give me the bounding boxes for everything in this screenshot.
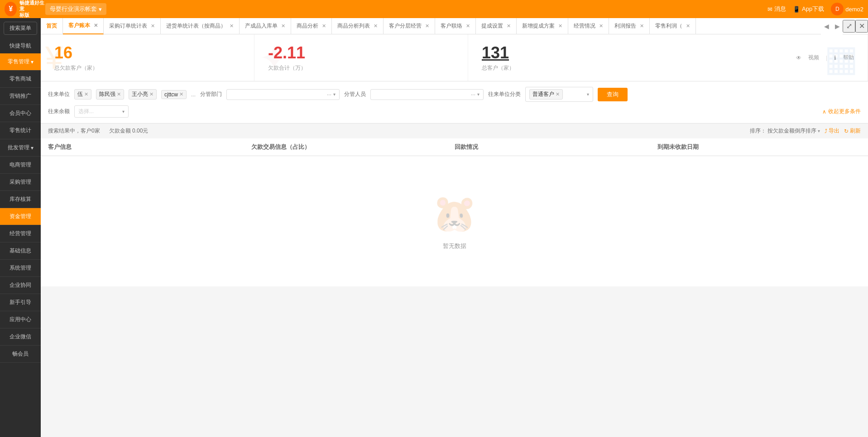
tab-home[interactable]: 首页 bbox=[41, 18, 63, 34]
tab-customer-tier-close[interactable]: ✕ bbox=[425, 23, 429, 29]
tab-product-in[interactable]: 产成品入库单 ✕ bbox=[240, 18, 291, 34]
tab-customer-contact[interactable]: 客户联络 ✕ bbox=[435, 18, 476, 34]
page-content: ¥ 16 总欠款客户（家） ✦ -2.11 欠款合计（万） bbox=[41, 34, 868, 437]
stat-info-3: 131 总客户（家） bbox=[482, 43, 514, 72]
logo-line1: 畅捷通好生意 bbox=[19, 0, 45, 12]
branch-dept-select[interactable]: ··· ▾ bbox=[226, 89, 340, 100]
tab-home-label: 首页 bbox=[46, 22, 57, 30]
message-label: 消息 bbox=[774, 5, 786, 13]
tab-retail-profit-close[interactable]: ✕ bbox=[686, 23, 690, 29]
tab-profit-report[interactable]: 利润报告 ✕ bbox=[609, 18, 650, 34]
tab-product-analysis-list-close[interactable]: ✕ bbox=[374, 23, 378, 29]
balance-select[interactable]: 选择... ▾ bbox=[74, 105, 129, 118]
quick-nav-button[interactable]: 快捷导航 bbox=[0, 38, 41, 53]
chevron-down-icon: ▾ bbox=[99, 6, 102, 13]
sidebar-item-wholesale[interactable]: 批发管理 ▾ bbox=[0, 139, 41, 157]
tab-product-analysis-list-label: 商品分析列表 bbox=[337, 22, 370, 30]
tab-customer-accounts[interactable]: 客户账本 ✕ bbox=[63, 18, 104, 34]
tab-new-promotion[interactable]: 新增提成方案 ✕ bbox=[517, 18, 568, 34]
sidebar-item-finance[interactable]: 资金管理 bbox=[0, 208, 41, 225]
tab-scroll-right[interactable]: ▶ bbox=[832, 18, 843, 34]
sidebar-item-member-label: 会员中心 bbox=[10, 110, 31, 116]
tab-customer-contact-close[interactable]: ✕ bbox=[466, 23, 470, 29]
collapse-button[interactable]: ∧ 收起更多条件 bbox=[822, 108, 861, 115]
tab-product-analysis[interactable]: 商品分析 ✕ bbox=[291, 18, 332, 34]
search-menu-button[interactable]: 搜索菜单 bbox=[4, 22, 37, 35]
tab-purchase-order[interactable]: 采购订单统计表 ✕ bbox=[104, 18, 161, 34]
results-right: 排序： 按欠款金额倒序排序 ▾ ⤴ 导出 ↻ 刷新 bbox=[750, 127, 861, 135]
tab-promotion-settings[interactable]: 提成设置 ✕ bbox=[476, 18, 517, 34]
chevron-down-class: ▾ bbox=[587, 92, 589, 97]
filter-tag-0-close[interactable]: ✕ bbox=[84, 91, 88, 97]
filter-tag-3-close[interactable]: ✕ bbox=[179, 91, 183, 97]
main-area: 搜索菜单 快捷导航 零售管理 ▾ 零售商城 营销推广 会员中心 零售统计 bbox=[0, 18, 868, 437]
branch-dept-label: 分管部门 bbox=[200, 90, 222, 98]
tab-close-all[interactable]: ✕ bbox=[855, 20, 868, 33]
sidebar-item-app-center[interactable]: 应用中心 bbox=[0, 311, 41, 328]
sidebar-item-member[interactable]: 会员中心 bbox=[0, 105, 41, 122]
search-button[interactable]: 查询 bbox=[598, 88, 628, 101]
sidebar-item-new-guide[interactable]: 新手引导 bbox=[0, 294, 41, 311]
message-btn[interactable]: ✉ 消息 bbox=[767, 5, 786, 13]
sort-select[interactable]: 排序： 按欠款金额倒序排序 ▾ bbox=[750, 127, 820, 135]
stat-label-customers: 总欠款客户（家） bbox=[54, 64, 98, 72]
sidebar-item-enterprise-wechat[interactable]: 企业微信 bbox=[0, 328, 41, 346]
tab-maximize[interactable]: ⤢ bbox=[843, 20, 855, 33]
video-label[interactable]: 视频 bbox=[808, 54, 819, 62]
sidebar-item-free-member[interactable]: 畅会员 bbox=[0, 346, 41, 363]
customer-class-select[interactable]: 普通客户 ✕ ▾ bbox=[525, 87, 593, 102]
filter-tag-1-close[interactable]: ✕ bbox=[117, 91, 121, 97]
app-download-btn[interactable]: 📱 App下载 bbox=[793, 5, 824, 13]
sidebar-item-inventory-label: 库存核算 bbox=[10, 196, 31, 202]
sidebar-item-purchase[interactable]: 采购管理 bbox=[0, 174, 41, 191]
sidebar: 搜索菜单 快捷导航 零售管理 ▾ 零售商城 营销推广 会员中心 零售统计 bbox=[0, 18, 41, 437]
tab-scroll-left[interactable]: ◀ bbox=[821, 18, 832, 34]
refresh-button[interactable]: ↻ 刷新 bbox=[844, 127, 861, 135]
tab-promotion-settings-close[interactable]: ✕ bbox=[507, 23, 511, 29]
tab-operations-close[interactable]: ✕ bbox=[599, 23, 603, 29]
sidebar-item-ecommerce[interactable]: 电商管理 bbox=[0, 157, 41, 174]
export-button[interactable]: ⤴ 导出 bbox=[825, 127, 839, 135]
tab-profit-report-close[interactable]: ✕ bbox=[640, 23, 644, 29]
sidebar-item-system[interactable]: 系统管理 bbox=[0, 260, 41, 277]
sidebar-item-basic-info[interactable]: 基础信息 bbox=[0, 242, 41, 260]
sidebar-item-inventory[interactable]: 库存核算 bbox=[0, 191, 41, 208]
tab-product-analysis-close[interactable]: ✕ bbox=[322, 23, 326, 29]
chevron-down-person: ▾ bbox=[477, 92, 480, 97]
branch-person-select[interactable]: ··· ▾ bbox=[370, 89, 484, 100]
stat-info-2: -2.11 欠款合计（万） bbox=[268, 43, 306, 72]
tab-purchase-stat-close[interactable]: ✕ bbox=[230, 23, 234, 29]
sidebar-item-retail-mall[interactable]: 零售商城 bbox=[0, 71, 41, 88]
tab-new-promotion-close[interactable]: ✕ bbox=[558, 23, 562, 29]
tab-product-analysis-list[interactable]: 商品分析列表 ✕ bbox=[332, 18, 384, 34]
user-profile[interactable]: D demo2 bbox=[831, 3, 863, 15]
account-dropdown[interactable]: 母婴行业演示帐套 ▾ bbox=[45, 3, 106, 15]
sidebar-item-operations[interactable]: 经营管理 bbox=[0, 225, 41, 242]
tab-retail-profit[interactable]: 零售利润（ ✕ bbox=[650, 18, 696, 34]
tab-operations[interactable]: 经营情况 ✕ bbox=[568, 18, 609, 34]
col-repayment: 回款情况 bbox=[455, 143, 658, 151]
sidebar-item-retail[interactable]: 零售管理 ▾ bbox=[0, 53, 41, 71]
refresh-label: 刷新 bbox=[850, 127, 861, 135]
tab-product-in-close[interactable]: ✕ bbox=[281, 23, 285, 29]
top-bar: ¥ 畅捷通好生意 标版 母婴行业演示帐套 ▾ ✉ 消息 📱 App下载 D bbox=[0, 0, 868, 18]
branch-dept-more: ··· bbox=[327, 91, 331, 98]
collapse-label: 收起更多条件 bbox=[828, 108, 861, 115]
filter-more-btn[interactable]: ... bbox=[191, 91, 196, 98]
stat-bg-icon-3: ▦ bbox=[824, 37, 858, 79]
filter-tag-3-value: cjttcw bbox=[164, 91, 178, 98]
sidebar-item-marketing[interactable]: 营销推广 bbox=[0, 88, 41, 105]
customer-class-close[interactable]: ✕ bbox=[556, 91, 560, 97]
export-label: 导出 bbox=[829, 127, 839, 135]
col-customer-info: 客户信息 bbox=[48, 143, 251, 151]
sidebar-item-retail-stat[interactable]: 零售统计 bbox=[0, 122, 41, 139]
logo-text: 畅捷通好生意 标版 bbox=[19, 0, 45, 18]
filter-tag-2-close[interactable]: ✕ bbox=[149, 91, 153, 97]
sidebar-item-enterprise-collab[interactable]: 企业协同 bbox=[0, 277, 41, 294]
tab-customer-tier[interactable]: 客户分层经营 ✕ bbox=[384, 18, 435, 34]
sidebar-item-finance-label: 资金管理 bbox=[10, 213, 31, 219]
tab-purchase-order-close[interactable]: ✕ bbox=[151, 23, 155, 29]
tab-purchase-stat[interactable]: 进货单统计表（按商品） ✕ bbox=[161, 18, 240, 34]
collapse-icon: ∧ bbox=[822, 109, 826, 115]
tab-customer-accounts-close[interactable]: ✕ bbox=[94, 23, 98, 28]
